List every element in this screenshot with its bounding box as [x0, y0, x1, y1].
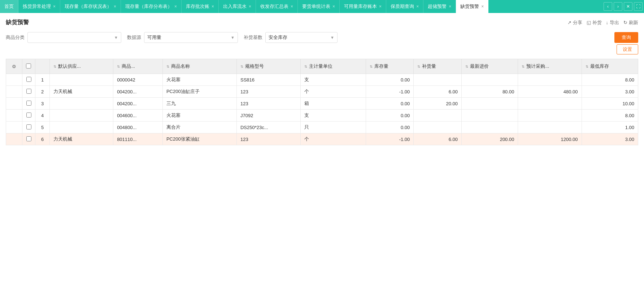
th-settings[interactable]: ⚙ [6, 59, 22, 74]
row-latest-price [462, 98, 518, 110]
tab-stock-dist[interactable]: 现存量（库存分布表） × [121, 0, 182, 13]
th-est-purchase[interactable]: ⇅ 预计采购... [518, 59, 582, 74]
row-replenish: 6.00 [414, 86, 462, 98]
row-est-purchase [518, 110, 582, 122]
row-latest-price [462, 122, 518, 133]
close-tab-stock-status[interactable]: × [114, 4, 116, 9]
close-tab-shortage[interactable]: × [481, 4, 484, 9]
row-replenish [414, 122, 462, 133]
row-checkbox-cell[interactable] [22, 86, 35, 98]
datasource-label: 数据源 [127, 34, 141, 41]
tab-stock-status[interactable]: 现存量（库存状况表） × [60, 0, 121, 13]
row-checkbox-cell[interactable] [22, 133, 35, 145]
row-checkbox-cell[interactable] [22, 74, 35, 86]
row-est-purchase [518, 122, 582, 133]
replenish-base-value: 安全库存 [269, 34, 287, 41]
th-replenish[interactable]: ⇅ 补货量 [414, 59, 462, 74]
filter-actions: 查询 设置 [614, 32, 638, 54]
tab-available[interactable]: 可用量库存账本 × [340, 0, 386, 13]
filter-groups: 商品分类 ▼ 数据源 可用量 ▼ 补货基数 安全库存 ▼ [6, 32, 609, 43]
close-tab-available[interactable]: × [379, 4, 382, 9]
select-all-checkbox[interactable] [26, 63, 31, 69]
row-min-stock: 8.00 [582, 110, 638, 122]
row-settings-cell [6, 133, 22, 145]
row-min-stock: 3.00 [582, 86, 638, 98]
category-label: 商品分类 [6, 34, 25, 41]
close-tab-batch[interactable]: × [212, 4, 214, 9]
close-tab-inout[interactable]: × [249, 4, 251, 9]
close-tab-collect[interactable]: × [291, 4, 293, 9]
spec-sort-icon: ⇅ [240, 65, 243, 69]
row-unit: 个 [301, 133, 366, 145]
row-checkbox-cell[interactable] [22, 122, 35, 133]
stock-sort-icon: ⇅ [370, 65, 373, 69]
th-checkbox [22, 59, 35, 74]
th-min-stock[interactable]: ⇅ 最低库存 [582, 59, 638, 74]
export-button[interactable]: ↓ 导出 [606, 19, 619, 26]
row-latest-price [462, 110, 518, 122]
tab-expiry[interactable]: 保质期查询 × [386, 0, 423, 13]
table-header-row: ⚙ ⇅ 默认供应... ⇅ 商品... [6, 59, 638, 74]
th-sku[interactable]: ⇅ 商品... [113, 59, 163, 74]
row-checkbox[interactable] [26, 89, 31, 94]
tab-overstock[interactable]: 超储预警 × [423, 0, 456, 13]
close-tab-requisition[interactable]: × [332, 4, 335, 9]
row-stock: -1.00 [366, 133, 414, 145]
tab-collect[interactable]: 收发存汇总表 × [256, 0, 298, 13]
refresh-button[interactable]: ↻ 刷新 [623, 19, 638, 26]
th-supplier[interactable]: ⇅ 默认供应... [50, 59, 113, 74]
query-button[interactable]: 查询 [614, 32, 638, 43]
tab-prev-button[interactable]: ‹ [604, 2, 612, 11]
th-name[interactable]: ⇅ 商品名称 [162, 59, 236, 74]
row-checkbox[interactable] [26, 124, 31, 129]
close-tab-stock-dist[interactable]: × [174, 4, 177, 9]
tab-close-button[interactable]: ✕ [624, 2, 632, 11]
row-stock: 0.00 [366, 74, 414, 86]
share-button[interactable]: ↗ 分享 [567, 19, 582, 26]
tab-shortage[interactable]: 缺货预警 × [456, 0, 488, 13]
row-checkbox[interactable] [26, 101, 31, 106]
row-supplier: 力天机械 [50, 133, 113, 145]
th-stock[interactable]: ⇅ 库存量 [366, 59, 414, 74]
table-row: 6 力天机械 801110... PC200张紧油缸 123 个 -1.00 6… [6, 133, 638, 145]
row-checkbox[interactable] [26, 136, 31, 141]
close-tab-abnormal[interactable]: × [53, 4, 56, 9]
settings-button[interactable]: 设置 [617, 44, 638, 54]
row-name: PC200油缸庄子 [162, 86, 236, 98]
close-tab-expiry[interactable]: × [416, 4, 419, 9]
replenish-base-label: 补货基数 [244, 34, 262, 41]
tab-inout[interactable]: 出入库流水 × [219, 0, 256, 13]
th-unit[interactable]: ⇅ 主计量单位 [301, 59, 366, 74]
tab-abnormal[interactable]: 拣货异常处理 × [18, 0, 60, 13]
close-tab-overstock[interactable]: × [449, 4, 451, 9]
datasource-select[interactable]: 可用量 ▼ [144, 32, 238, 43]
row-min-stock: 10.00 [582, 98, 638, 110]
row-replenish [414, 110, 462, 122]
replenish-base-select[interactable]: 安全库存 ▼ [265, 32, 338, 43]
category-select[interactable]: ▼ [27, 32, 121, 43]
row-sku: 004600... [113, 110, 163, 122]
tab-home[interactable]: 首页 [0, 0, 18, 13]
th-spec[interactable]: ⇅ 规格型号 [236, 59, 301, 74]
page-title: 缺货预警 [6, 19, 29, 26]
unit-sort-icon: ⇅ [304, 65, 307, 69]
th-latest-price[interactable]: ⇅ 最新进价 [462, 59, 518, 74]
row-unit: 只 [301, 122, 366, 133]
row-checkbox-cell[interactable] [22, 98, 35, 110]
tab-requisition[interactable]: 要货单统计表 × [298, 0, 340, 13]
share-icon: ↗ [567, 20, 571, 25]
tab-fullscreen-button[interactable]: ⛶ [634, 2, 643, 11]
table-settings-icon[interactable]: ⚙ [10, 62, 18, 71]
row-min-stock: 3.00 [582, 133, 638, 145]
row-checkbox-cell[interactable] [22, 110, 35, 122]
replenish-button[interactable]: ◱ 补货 [587, 19, 602, 26]
table-row: 3 004200... 三九 123 箱 0.00 20.00 10.00 [6, 98, 638, 110]
replenish-sort-icon: ⇅ [417, 65, 420, 69]
filter-area: 商品分类 ▼ 数据源 可用量 ▼ 补货基数 安全库存 ▼ [6, 32, 638, 54]
tab-batch[interactable]: 库存批次账 × [182, 0, 219, 13]
replenish-icon: ◱ [587, 20, 591, 25]
tab-next-button[interactable]: › [614, 2, 622, 11]
tab-bar: 首页 拣货异常处理 × 现存量（库存状况表） × 现存量（库存分布表） × 库存… [0, 0, 644, 13]
row-checkbox[interactable] [26, 77, 31, 82]
row-checkbox[interactable] [26, 112, 31, 118]
